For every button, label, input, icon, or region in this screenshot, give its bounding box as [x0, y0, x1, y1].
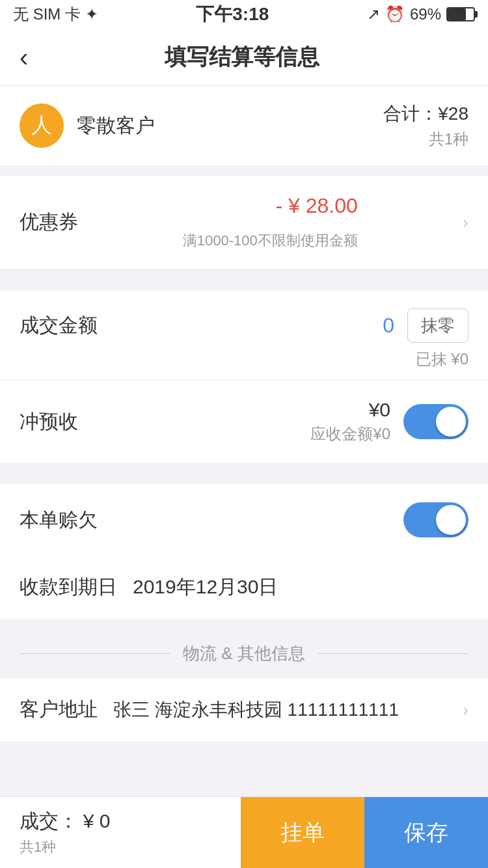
coupon-chevron-icon: › [463, 212, 468, 233]
round-button[interactable]: 抹零 [407, 308, 468, 343]
customer-row: 人 零散客户 合计：¥28 共1种 [0, 86, 488, 165]
prepay-main: ¥0 [310, 399, 390, 421]
logistics-label: 物流 & 其他信息 [183, 642, 305, 665]
coupon-row[interactable]: 优惠券 - ¥ 28.00 满1000-100不限制使用金额 › [0, 176, 488, 269]
bottom-deal-amount: ¥ 0 [83, 810, 111, 832]
prepay-sub: 应收金额¥0 [310, 424, 390, 444]
address-label: 客户地址 [20, 696, 98, 723]
due-date-label: 收款到期日 [20, 574, 117, 601]
address-row[interactable]: 客户地址 张三 海淀永丰科技园 11111111111 › [0, 678, 488, 741]
prepay-label: 冲预收 [20, 409, 78, 435]
prepay-row: 冲预收 ¥0 应收金额¥0 [0, 381, 488, 463]
customer-section: 人 零散客户 合计：¥28 共1种 [0, 86, 488, 165]
logistics-divider: 物流 & 其他信息 [0, 629, 488, 678]
deal-label: 成交金额 [20, 312, 98, 339]
deal-section: 成交金额 0 抹零 已抹 ¥0 冲预收 ¥0 应收金额¥0 [0, 290, 488, 463]
coupon-desc: 满1000-100不限制使用金额 [183, 231, 358, 251]
coupon-label: 优惠券 [20, 209, 78, 236]
total-count: 共1种 [383, 129, 468, 150]
coupon-amount: - ¥ 28.00 [276, 194, 358, 218]
bottom-bar: 成交： ¥ 0 共1种 挂单 保存 [0, 796, 488, 868]
bottom-deal-row: 成交： ¥ 0 [20, 808, 221, 835]
status-bar: 无 SIM 卡 ✦ 下午3:18 ↗ ⏰ 69% [0, 0, 488, 29]
bottom-deal-label: 成交： [20, 810, 78, 832]
debt-label: 本单赊欠 [20, 507, 98, 534]
page-title: 填写结算等信息 [41, 42, 442, 72]
address-value: 张三 海淀永丰科技园 11111111111 [113, 698, 463, 722]
status-right: ↗ ⏰ 69% [367, 5, 475, 23]
debt-section: 本单赊欠 收款到期日 2019年12月30日 [0, 484, 488, 619]
divider-line-left [20, 653, 170, 654]
customer-left: 人 零散客户 [20, 103, 155, 148]
status-time: 下午3:18 [196, 2, 269, 27]
address-section: 客户地址 张三 海淀永丰科技园 11111111111 › [0, 678, 488, 741]
coupon-section: 优惠券 - ¥ 28.00 满1000-100不限制使用金额 › [0, 176, 488, 269]
debt-row: 本单赊欠 [0, 484, 488, 556]
hold-button[interactable]: 挂单 [241, 797, 364, 869]
prepay-toggle[interactable] [403, 404, 468, 439]
nav-bar: ‹ 填写结算等信息 [0, 29, 488, 86]
status-left: 无 SIM 卡 ✦ [13, 4, 98, 25]
battery-icon [446, 7, 475, 21]
section-divider-2 [0, 474, 488, 484]
section-divider-1 [0, 280, 488, 290]
deal-sub: 已抹 ¥0 [416, 350, 468, 368]
prepay-amounts: ¥0 应收金额¥0 [310, 399, 390, 444]
avatar: 人 [20, 103, 64, 148]
due-date-value: 2019年12月30日 [133, 574, 278, 601]
battery-percent: 69% [410, 5, 441, 23]
back-button[interactable]: ‹ [20, 44, 28, 70]
bottom-info: 成交： ¥ 0 共1种 [0, 808, 241, 857]
alarm-icon: ⏰ [385, 5, 405, 23]
prepay-toggle-knob [436, 407, 466, 437]
bottom-count: 共1种 [20, 837, 221, 857]
customer-name: 零散客户 [77, 113, 155, 139]
debt-toggle-knob [436, 505, 466, 535]
deal-row: 成交金额 0 抹零 已抹 ¥0 [0, 290, 488, 381]
customer-right: 合计：¥28 共1种 [383, 102, 468, 150]
due-date-row[interactable]: 收款到期日 2019年12月30日 [0, 556, 488, 619]
address-chevron-icon: › [463, 699, 468, 720]
total-amount: 合计：¥28 [383, 102, 468, 126]
debt-toggle[interactable] [403, 502, 468, 537]
no-sim-label: 无 SIM 卡 ✦ [13, 4, 98, 25]
divider-line-right [318, 653, 468, 654]
location-icon: ↗ [367, 5, 380, 23]
deal-value[interactable]: 0 [355, 314, 394, 338]
coupon-right: - ¥ 28.00 满1000-100不限制使用金额 [183, 194, 358, 251]
save-button[interactable]: 保存 [364, 797, 488, 869]
